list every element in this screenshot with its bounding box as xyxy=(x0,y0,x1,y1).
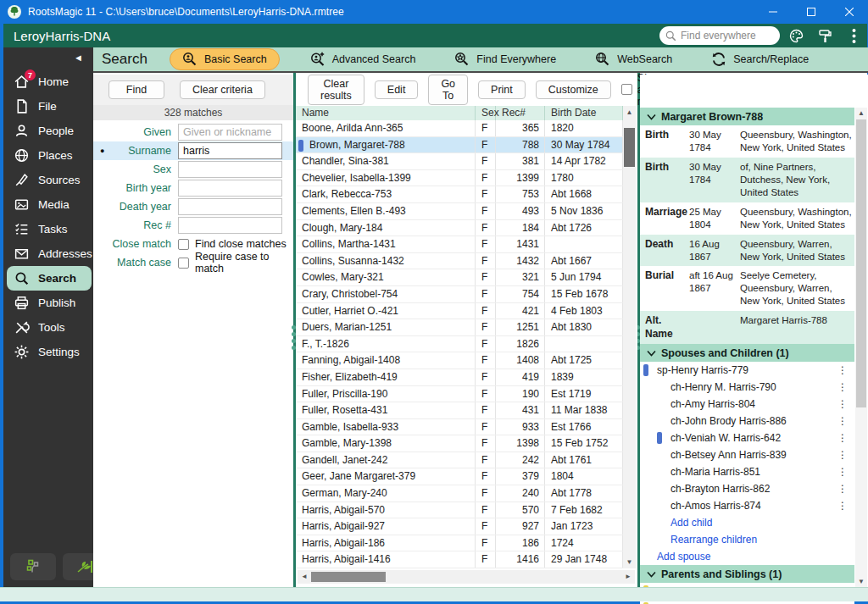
table-row[interactable]: Harris, Abigail-1416 F 1416 29 Jan 1748 xyxy=(296,551,623,568)
family-member-row[interactable]: ch-Amos Harris-874 ⋮ xyxy=(640,497,854,514)
table-row[interactable]: Clough, Mary-184 F 184 Abt 1726 xyxy=(296,220,623,237)
fact-row[interactable]: Burial aft 16 Aug 1867 Seelye Cemetery, … xyxy=(640,266,854,311)
detail-scrollbar-thumb[interactable] xyxy=(856,119,866,407)
scroll-down-icon[interactable]: ▼ xyxy=(855,578,867,585)
fact-row[interactable]: Birth 30 May 1784 Queensbury, Washington… xyxy=(640,125,854,158)
familysearch-button[interactable] xyxy=(10,553,56,580)
kebab-menu-icon[interactable]: ⋮ xyxy=(837,432,848,444)
table-row[interactable]: Gandell, Janet-242 F 242 Abt 1761 xyxy=(296,452,623,469)
family-member-row[interactable]: ch-Henry M. Harris-790 ⋮ xyxy=(640,379,854,396)
table-row[interactable]: Chandler, Sina-381 F 381 14 Apr 1782 xyxy=(296,153,623,170)
results-horizontal-scrollbar[interactable]: ◄ ► xyxy=(298,570,635,584)
close-button[interactable] xyxy=(830,0,868,24)
table-row[interactable]: Fuller, Rosetta-431 F 431 11 Mar 1838 xyxy=(296,402,623,419)
table-row[interactable]: Fisher, Elizabeth-419 F 419 1839 xyxy=(296,369,623,386)
customize-button[interactable]: Customize xyxy=(536,80,611,99)
menu-ellipsis-icon[interactable] xyxy=(844,27,863,44)
death-year-input[interactable] xyxy=(178,198,282,215)
sidebar-item-publish[interactable]: Publish xyxy=(3,291,93,315)
sidebar-item-file[interactable]: File xyxy=(3,94,93,119)
results-vertical-scrollbar[interactable]: ▲ ▼ xyxy=(623,106,636,568)
clear-results-button[interactable]: Clear results xyxy=(308,75,364,105)
find-button[interactable]: Find xyxy=(108,80,164,99)
scroll-up-icon[interactable]: ▲ xyxy=(855,109,867,117)
sidebar-item-places[interactable]: Places xyxy=(3,143,93,168)
sex-input[interactable] xyxy=(178,161,282,178)
find-everywhere-input[interactable]: Find everywhere xyxy=(659,26,780,45)
family-member-row[interactable]: ch-Amy Harris-804 ⋮ xyxy=(640,396,854,413)
family-member-row[interactable]: sp-Henry Harris-779 ⋮ xyxy=(640,362,854,379)
paint-roller-icon[interactable] xyxy=(815,27,834,44)
results-hscrollbar-thumb[interactable] xyxy=(311,572,386,582)
tab-advanced-search[interactable]: Advanced Search xyxy=(302,49,425,69)
birth-year-input[interactable] xyxy=(178,180,282,197)
tab-search-replace[interactable]: Search/Replace xyxy=(703,49,817,69)
scroll-down-icon[interactable]: ▼ xyxy=(623,558,636,566)
surname-input[interactable] xyxy=(178,142,282,159)
family-member-row[interactable]: ch-Brayton Harris-862 ⋮ xyxy=(640,480,854,497)
scroll-right-icon[interactable]: ► xyxy=(625,570,632,584)
family-member-row[interactable]: ch-Maria Harris-851 ⋮ xyxy=(640,463,854,480)
spouses-section-header[interactable]: Spouses and Children (1) xyxy=(640,344,854,362)
table-row[interactable]: Harris, Abigail-570 F 570 7 Feb 1682 xyxy=(296,502,623,519)
table-row[interactable]: Collins, Susanna-1432 F 1432 Abt 1667 xyxy=(296,253,623,270)
results-scrollbar-thumb[interactable] xyxy=(624,128,635,167)
color-palette-icon[interactable] xyxy=(787,27,805,44)
parents-section-header[interactable]: Parents and Siblings (1) xyxy=(640,565,854,583)
match-case-checkbox[interactable] xyxy=(178,258,189,269)
column-header-birth-date[interactable]: Birth Date xyxy=(545,106,623,120)
kebab-menu-icon[interactable]: ⋮ xyxy=(837,415,848,427)
sidebar-item-addresses[interactable]: Addresses xyxy=(3,241,93,266)
table-row[interactable]: Cowles, Mary-321 F 321 5 Jun 1794 xyxy=(296,269,623,286)
sidebar-item-home[interactable]: 7 Home xyxy=(3,69,93,94)
table-row[interactable]: Boone, Arilda Ann-365 F 365 1820 xyxy=(296,120,623,137)
table-row[interactable]: Clements, Ellen B.-493 F 493 5 Nov 1836 xyxy=(296,203,623,220)
fact-row[interactable]: Birth 30 May 1784 of, Nine Partners, Dut… xyxy=(640,158,854,202)
table-row[interactable]: Crary, Christobel-754 F 754 15 Feb 1678 xyxy=(296,286,623,303)
minimize-button[interactable] xyxy=(754,0,792,24)
table-row[interactable]: German, Mary-240 F 240 Abt 1778 xyxy=(296,485,623,502)
tab-find-everywhere[interactable]: Find Everywhere xyxy=(446,49,565,69)
table-row[interactable]: Chevelier, Isabella-1399 F 1399 1780 xyxy=(296,170,623,187)
detail-vertical-scrollbar[interactable]: ▲ ▼ xyxy=(855,108,867,587)
tab-basic-search[interactable]: Basic Search xyxy=(170,48,280,70)
family-member-row[interactable]: ch-Betsey Ann Harris-839 ⋮ xyxy=(640,446,854,463)
go-to-button[interactable]: Go To xyxy=(428,75,468,105)
table-row[interactable]: Duers, Marian-1251 F 1251 Abt 1830 xyxy=(296,319,623,336)
close-match-checkbox[interactable] xyxy=(178,239,189,250)
kebab-menu-icon[interactable]: ⋮ xyxy=(837,398,848,410)
print-button[interactable]: Print xyxy=(478,80,526,99)
given-input[interactable] xyxy=(178,124,282,141)
sidebar-item-sources[interactable]: Sources xyxy=(3,168,93,192)
table-row[interactable]: Cutler, Harriet O.-421 F 421 4 Feb 1803 xyxy=(296,303,623,320)
sidebar-item-people[interactable]: People xyxy=(3,119,93,143)
sidebar-collapse-arrow[interactable]: ◄ xyxy=(3,47,93,69)
sidebar-item-tasks[interactable]: Tasks xyxy=(3,217,93,241)
fact-row[interactable]: Death 16 Aug 1867 Queensbury, Warren, Ne… xyxy=(640,235,854,267)
table-row[interactable]: Harris, Abigail-186 F 186 1724 xyxy=(296,535,623,552)
table-row[interactable]: Gamble, Isabella-933 F 933 Est 1766 xyxy=(296,419,623,436)
family-action-link[interactable]: Rearrange children xyxy=(640,531,854,548)
fact-row[interactable]: Alt. Name Margaret Harris-788 xyxy=(640,311,854,344)
kebab-menu-icon[interactable]: ⋮ xyxy=(837,483,848,495)
table-row[interactable]: Fuller, Priscilla-190 F 190 Est 1719 xyxy=(296,386,623,403)
sidebar-item-settings[interactable]: Settings xyxy=(3,340,93,364)
kebab-menu-icon[interactable]: ⋮ xyxy=(837,500,848,512)
person-section-header[interactable]: Margaret Brown-788 xyxy=(640,108,854,125)
table-row[interactable]: Fanning, Abigail-1408 F 1408 Abt 1725 xyxy=(296,352,623,369)
kebab-menu-icon[interactable]: ⋮ xyxy=(837,381,848,393)
maximize-button[interactable] xyxy=(792,0,830,24)
fact-row[interactable]: Marriage 25 May 1804 Queensbury, Washing… xyxy=(640,202,854,235)
column-header-name[interactable]: Name xyxy=(296,106,476,120)
kebab-menu-icon[interactable]: ⋮ xyxy=(837,449,848,461)
column-header-sex[interactable]: Sex xyxy=(476,106,496,120)
tab-websearch[interactable]: WebSearch xyxy=(587,49,681,69)
table-row[interactable]: Harris, Abigail-927 F 927 Jan 1723 xyxy=(296,518,623,535)
sidebar-item-search[interactable]: Search xyxy=(7,266,92,291)
family-action-link[interactable]: Add spouse xyxy=(640,548,854,565)
sidebar-item-media[interactable]: Media xyxy=(3,192,93,217)
rec-number-input[interactable] xyxy=(178,217,282,234)
family-member-row[interactable]: ch-John Brody Harris-886 ⋮ xyxy=(640,413,854,429)
edit-button[interactable]: Edit xyxy=(375,80,419,99)
scroll-up-icon[interactable]: ▲ xyxy=(623,108,636,116)
